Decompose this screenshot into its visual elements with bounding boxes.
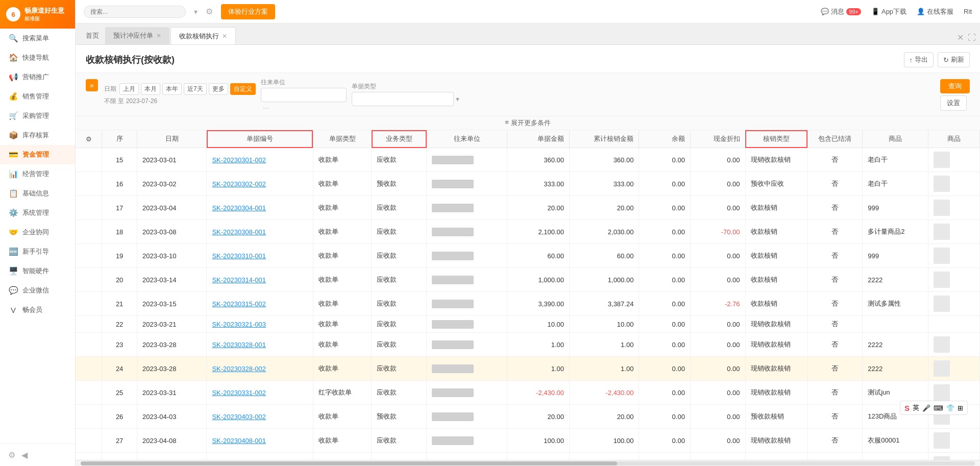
tab-home[interactable]: 首页 (80, 27, 105, 44)
user-item[interactable]: Rit (964, 8, 972, 15)
sidebar-item-wechat[interactable]: 💬 企业微信 (0, 281, 75, 300)
doctype-dropdown-icon[interactable]: ▾ (456, 95, 459, 103)
collapse-icon[interactable]: ◀ (21, 450, 28, 460)
row-sn[interactable]: SK-20230403-002 (207, 405, 313, 429)
sidebar-item-quicknav[interactable]: 🏠 快捷导航 (0, 48, 75, 67)
row-sn[interactable]: SK-20230304-001 (207, 196, 313, 220)
tab-pending-close[interactable]: ✕ (156, 32, 161, 39)
col-header-balance[interactable]: 余额 (639, 130, 690, 148)
sougou-keyboard-icon[interactable]: ⌨ (934, 404, 943, 412)
sn-link[interactable]: SK-20230328-001 (212, 341, 266, 349)
filter-toggle-button[interactable]: » (86, 79, 98, 91)
sn-link[interactable]: SK-20230308-001 (212, 228, 266, 236)
col-header-goods2[interactable]: 商品 (928, 130, 980, 148)
col-header-biztype[interactable]: 业务类型 (372, 130, 427, 148)
row-sn[interactable]: SK-20230301-002 (207, 148, 313, 172)
filter-settings-button[interactable]: 设置 (940, 95, 967, 111)
expand-bar[interactable]: ≡ 展开更多条件 (76, 116, 980, 130)
horizontal-scrollbar[interactable] (76, 460, 980, 466)
sidebar-item-inventory[interactable]: 📦 库存核算 (0, 126, 75, 145)
tab-close-all-icon[interactable]: ✕ (957, 33, 964, 42)
partner-more-icon[interactable]: … (263, 103, 347, 110)
col-header-date[interactable]: 日期 (137, 130, 207, 148)
col-header-cumulative[interactable]: 累计核销金额 (570, 130, 639, 148)
sougou-shirt-icon[interactable]: 👕 (946, 404, 954, 412)
sidebar-item-member[interactable]: V 畅会员 (0, 300, 75, 320)
sn-link[interactable]: SK-20230403-002 (212, 413, 266, 421)
col-header-include[interactable]: 包含已结清 (807, 130, 863, 148)
sn-link[interactable]: SK-20230328-002 (212, 365, 266, 373)
tab-verify-close[interactable]: ✕ (222, 33, 227, 40)
sidebar-item-system[interactable]: ⚙️ 系统管理 (0, 203, 75, 223)
sn-link[interactable]: SK-20230302-002 (212, 180, 266, 188)
col-header-discount[interactable]: 现金折扣 (690, 130, 745, 148)
expand-label: 展开更多条件 (511, 118, 551, 128)
col-header-amount[interactable]: 单据金额 (507, 130, 570, 148)
sougou-grid-icon[interactable]: ⊞ (958, 404, 963, 412)
col-header-settings[interactable]: ⚙ (76, 130, 102, 148)
row-amount: 10.00 (507, 316, 570, 333)
tab-verify[interactable]: 收款核销执行 ✕ (170, 27, 236, 44)
query-button[interactable]: 查询 (940, 79, 970, 93)
date-btn-thismonth[interactable]: 本月 (141, 83, 160, 95)
messages-badge: 99+ (846, 8, 861, 15)
sidebar-item-basic[interactable]: 📋 基础信息 (0, 184, 75, 203)
row-sn[interactable]: SK-20230328-002 (207, 357, 313, 381)
refresh-button[interactable]: ↻ 刷新 (938, 52, 970, 67)
sidebar-item-operation[interactable]: 📊 经营管理 (0, 164, 75, 184)
solution-button[interactable]: 体验行业方案 (221, 4, 275, 19)
partner-input[interactable] (261, 88, 347, 102)
sn-link[interactable]: SK-20230301-002 (212, 156, 266, 164)
tab-expand-icon[interactable]: ⛶ (968, 33, 976, 42)
sn-link[interactable]: SK-20230304-001 (212, 204, 266, 212)
sn-link[interactable]: SK-20230321-003 (212, 321, 266, 328)
sidebar-item-hardware[interactable]: 🖥️ 智能硬件 (0, 261, 75, 281)
row-sn[interactable]: SK-20230418-001 (207, 453, 313, 460)
row-sn[interactable]: SK-20230315-002 (207, 292, 313, 316)
col-header-doctype[interactable]: 单据类型 (313, 130, 372, 148)
sn-link[interactable]: SK-20230314-001 (212, 276, 266, 284)
sidebar-item-finance[interactable]: 💳 资金管理 (0, 145, 75, 164)
online-support-label: 在线客服 (927, 7, 953, 16)
topbar-dropdown-icon[interactable]: ▾ (194, 8, 198, 16)
sn-link[interactable]: SK-20230331-002 (212, 389, 266, 397)
sidebar-item-search[interactable]: 🔍 搜索菜单 (0, 29, 75, 48)
sidebar-item-sales[interactable]: 💰 销售管理 (0, 87, 75, 106)
tab-pending[interactable]: 预计冲应付单 ✕ (105, 27, 169, 44)
sougou-mic-icon[interactable]: 🎤 (922, 404, 930, 412)
sidebar-item-purchase[interactable]: 🛒 采购管理 (0, 106, 75, 126)
sidebar-item-enterprise[interactable]: 🤝 企业协同 (0, 223, 75, 242)
col-header-sn[interactable]: 单据编号 (207, 130, 313, 148)
date-btn-lastmonth[interactable]: 上月 (119, 83, 139, 95)
date-btn-7days[interactable]: 近7天 (184, 83, 207, 95)
topbar-search-input[interactable] (84, 6, 186, 18)
sn-link[interactable]: SK-20230315-002 (212, 300, 266, 308)
row-sn[interactable]: SK-20230308-001 (207, 220, 313, 244)
app-download-item[interactable]: 📱 App下载 (871, 7, 906, 16)
date-btn-thisyear[interactable]: 本年 (162, 83, 182, 95)
row-sn[interactable]: SK-20230310-001 (207, 244, 313, 268)
online-support-item[interactable]: 👤 在线客服 (917, 7, 953, 16)
row-sn[interactable]: SK-20230328-001 (207, 333, 313, 357)
settings-icon[interactable]: ⚙ (8, 450, 15, 460)
sn-link[interactable]: SK-20230408-001 (212, 437, 266, 445)
date-btn-more[interactable]: 更多 (209, 83, 228, 95)
messages-item[interactable]: 💬 消息 99+ (821, 7, 861, 16)
col-header-partner[interactable]: 往来单位 (427, 130, 507, 148)
doctype-input[interactable] (352, 92, 454, 106)
row-no: 18 (102, 220, 137, 244)
topbar-gear-icon[interactable]: ⚙ (206, 7, 213, 16)
export-button[interactable]: ↑ 导出 (904, 52, 934, 67)
row-sn[interactable]: SK-20230331-002 (207, 381, 313, 405)
table-row: 18 2023-03-08 SK-20230308-001 收款单 应收款 ██… (76, 220, 980, 244)
sn-link[interactable]: SK-20230310-001 (212, 252, 266, 260)
col-header-verifytype[interactable]: 核销类型 (745, 130, 807, 148)
row-sn[interactable]: SK-20230302-002 (207, 172, 313, 196)
sidebar-item-guide[interactable]: 🆕 新手引导 (0, 242, 75, 261)
row-sn[interactable]: SK-20230408-001 (207, 429, 313, 453)
sidebar-item-marketing[interactable]: 📢 营销推广 (0, 67, 75, 87)
date-btn-custom[interactable]: 自定义 (230, 83, 256, 95)
row-sn[interactable]: SK-20230314-001 (207, 268, 313, 292)
col-header-goods1[interactable]: 商品 (863, 130, 928, 148)
row-sn[interactable]: SK-20230321-003 (207, 316, 313, 333)
